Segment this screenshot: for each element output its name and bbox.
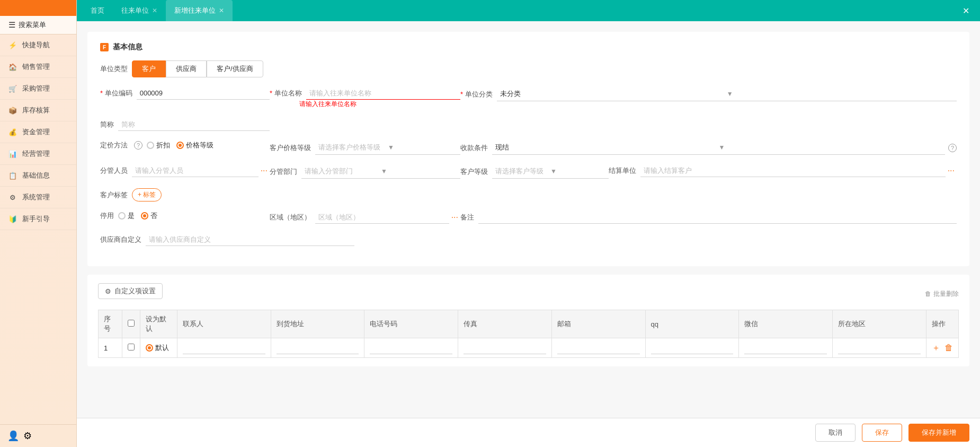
payment-terms-help-icon[interactable]: ? xyxy=(948,144,957,152)
save-button[interactable]: 保存 xyxy=(862,424,902,442)
tab-new-contact[interactable]: 新增往来单位 ✕ xyxy=(166,0,233,21)
delete-row-btn[interactable]: 🗑 xyxy=(945,343,953,353)
gear-icon: ⚙ xyxy=(105,287,111,295)
sidebar-item-finance[interactable]: 💰 资金管理 xyxy=(0,121,76,143)
payment-terms-select[interactable]: 现结 ▼ xyxy=(492,141,945,155)
contact-table: 序号 设为默认 联系人 到货地址 电话号码 传真 邮箱 qq 微信 所在地区 操… xyxy=(98,310,959,358)
search-menu-label: 搜索菜单 xyxy=(19,20,46,30)
batch-delete-btn[interactable]: 🗑 批量删除 xyxy=(925,290,959,299)
remark-label: 备注 xyxy=(460,213,474,222)
row-select-checkbox[interactable] xyxy=(128,344,135,350)
row-no: 1 xyxy=(99,338,122,358)
cancel-button[interactable]: 取消 xyxy=(815,424,856,442)
radio-no-label: 否 xyxy=(150,211,157,221)
region-input[interactable] xyxy=(315,211,449,224)
row-email[interactable] xyxy=(551,338,645,358)
unit-btn-both[interactable]: 客户/供应商 xyxy=(207,60,263,77)
row-fax[interactable] xyxy=(458,338,552,358)
row-qq[interactable] xyxy=(645,338,739,358)
col-qq: qq xyxy=(645,310,739,338)
tab-new-contact-close[interactable]: ✕ xyxy=(219,7,224,14)
row-checkbox[interactable] xyxy=(122,338,140,358)
customer-level-chevron: ▼ xyxy=(550,168,605,175)
customer-level-select[interactable]: 请选择客户等级 ▼ xyxy=(492,164,609,179)
unit-name-input[interactable] xyxy=(306,87,460,100)
customer-tag-label: 客户标签 xyxy=(100,190,128,200)
col-action: 操作 xyxy=(926,310,958,338)
settlement-label: 结算单位 xyxy=(609,166,636,176)
abbr-input[interactable] xyxy=(118,118,270,131)
row-wechat[interactable] xyxy=(739,338,833,358)
row-phone[interactable] xyxy=(364,338,458,358)
sidebar-item-purchase[interactable]: 🛒 采购管理 xyxy=(0,78,76,100)
region-more-btn[interactable]: ··· xyxy=(449,213,460,222)
select-all-checkbox[interactable] xyxy=(128,320,135,327)
search-menu-item[interactable]: ☰ 搜索菜单 xyxy=(0,16,76,34)
supplier-custom-row: 供应商自定义 xyxy=(100,233,957,246)
payment-terms-field: 收款条件 现结 ▼ ? xyxy=(460,141,957,155)
sidebar-item-sales[interactable]: 🏠 销售管理 xyxy=(0,56,76,78)
customer-price-level-select[interactable]: 请选择客户价格等级 ▼ xyxy=(315,141,460,155)
col-no: 序号 xyxy=(99,310,122,338)
search-icon: ☰ xyxy=(8,20,15,30)
default-radio[interactable]: 默认 xyxy=(146,343,172,353)
sidebar-item-label: 系统管理 xyxy=(22,192,50,202)
customer-tag-row: 客户标签 + 标签 xyxy=(100,188,957,201)
unit-category-select[interactable]: 未分类 ▼ xyxy=(497,87,957,101)
sidebar-item-label: 经营管理 xyxy=(22,149,50,159)
settings-icon[interactable]: ⚙ xyxy=(23,430,32,442)
tab-new-contact-label: 新增往来单位 xyxy=(174,6,216,15)
col-email: 邮箱 xyxy=(551,310,645,338)
row-region[interactable] xyxy=(833,338,926,358)
row-address[interactable] xyxy=(271,338,364,358)
manager-label: 分管人员 xyxy=(100,166,128,176)
row-action: ＋ 🗑 xyxy=(926,338,958,358)
unit-btn-customer[interactable]: 客户 xyxy=(132,60,166,77)
supplier-custom-input[interactable] xyxy=(146,233,354,246)
radio-yes[interactable]: 是 xyxy=(118,211,135,221)
main-area: 首页 往来单位 ✕ 新增往来单位 ✕ ✕ F 基本信息 单位类型 客户 xyxy=(77,0,980,447)
dept-select[interactable]: 请输入分管部门 ▼ xyxy=(301,164,460,179)
manager-input[interactable] xyxy=(132,164,259,177)
radio-no[interactable]: 否 xyxy=(141,211,157,221)
sidebar-item-operations[interactable]: 📊 经营管理 xyxy=(0,143,76,165)
section-title: 基本信息 xyxy=(113,42,142,52)
row-contact[interactable] xyxy=(177,338,271,358)
radio-price-level[interactable]: 价格等级 xyxy=(176,141,213,150)
tab-contacts[interactable]: 往来单位 ✕ xyxy=(113,0,166,21)
dept-label: 分管部门 xyxy=(270,167,297,177)
tab-contacts-close[interactable]: ✕ xyxy=(152,7,157,14)
unit-name-field-wrap: 单位名称 请输入往来单位名称 xyxy=(270,87,460,109)
add-tag-btn[interactable]: + 标签 xyxy=(132,188,162,201)
add-row-btn[interactable]: ＋ xyxy=(932,343,940,354)
unit-code-input[interactable] xyxy=(137,87,270,100)
remark-input[interactable] xyxy=(478,211,957,224)
disabled-radio-group: 是 否 xyxy=(118,211,157,221)
save-new-button[interactable]: 保存并新增 xyxy=(908,424,969,442)
custom-settings-btn[interactable]: ⚙ 自定义项设置 xyxy=(98,283,163,299)
sidebar-item-guide[interactable]: 🔰 新手引导 xyxy=(0,208,76,230)
sidebar-item-basics[interactable]: 📋 基础信息 xyxy=(0,165,76,187)
pricing-help-icon[interactable]: ? xyxy=(134,141,142,150)
sidebar-item-inventory[interactable]: 📦 库存核算 xyxy=(0,100,76,121)
basic-info-section: F 基本信息 单位类型 客户 供应商 客户/供应商 单位编码 xyxy=(87,32,969,266)
window-close-button[interactable]: ✕ xyxy=(957,6,975,16)
customer-level-field: 客户等级 请选择客户等级 ▼ xyxy=(460,164,609,179)
settlement-more-btn[interactable]: ··· xyxy=(946,166,957,176)
sidebar-item-quick-nav[interactable]: ⚡ 快捷导航 xyxy=(0,34,76,56)
customer-level-placeholder: 请选择客户等级 xyxy=(495,166,550,176)
section-header: F 基本信息 xyxy=(100,42,957,52)
unit-type-group: 客户 供应商 客户/供应商 xyxy=(132,60,263,77)
col-checkbox[interactable] xyxy=(122,310,140,338)
settlement-input[interactable] xyxy=(640,164,946,177)
unit-btn-supplier[interactable]: 供应商 xyxy=(166,60,207,77)
sidebar-item-system[interactable]: ⚙ 系统管理 xyxy=(0,187,76,208)
col-wechat: 微信 xyxy=(739,310,833,338)
radio-discount[interactable]: 折扣 xyxy=(147,141,170,150)
manager-more-btn[interactable]: ··· xyxy=(259,166,270,176)
tab-home[interactable]: 首页 xyxy=(82,0,113,21)
radio-yes-circle xyxy=(118,212,126,220)
sales-icon: 🏠 xyxy=(7,62,18,72)
pricing-radio-group: 折扣 价格等级 xyxy=(147,141,213,150)
radio-price-level-circle xyxy=(176,142,184,149)
